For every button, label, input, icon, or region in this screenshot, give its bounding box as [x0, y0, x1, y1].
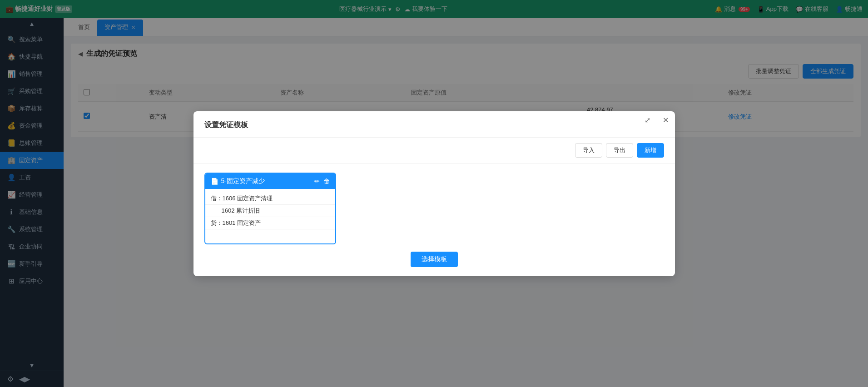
modal-title: 设置凭证模板 — [204, 120, 248, 130]
template-entry-row: 借：1606 固定资产清理 — [205, 193, 335, 205]
select-btn-row: 选择模板 — [204, 252, 664, 267]
entry-type-debit: 借：1606 固定资产清理 — [211, 194, 283, 203]
modal-expand-btn[interactable]: ⤢ — [639, 111, 657, 129]
modal-header: 设置凭证模板 — [193, 111, 675, 138]
template-list: 📄 5-固定资产减少 ✏ 🗑 借：1606 固定资产清理 — [204, 173, 664, 244]
entry-credit-amount — [307, 194, 330, 203]
template-entry-row: 贷：1601 固定资产 — [205, 217, 335, 229]
entry-debit-amount — [283, 194, 307, 203]
template-name: 5-固定资产减少 — [221, 177, 265, 185]
template-header-right: ✏ 🗑 — [314, 178, 330, 185]
select-template-btn[interactable]: 选择模板 — [411, 252, 458, 267]
modal-body: 📄 5-固定资产减少 ✏ 🗑 借：1606 固定资产清理 — [193, 164, 675, 276]
entry-subject: 1602 累计折旧 — [211, 207, 283, 215]
template-card-header: 📄 5-固定资产减少 ✏ 🗑 — [205, 174, 335, 189]
voucher-template-modal: ⤢ ✕ 设置凭证模板 导入 导出 新增 📄 5-固定资产减少 — [193, 111, 675, 276]
template-card: 📄 5-固定资产减少 ✏ 🗑 借：1606 固定资产清理 — [204, 173, 336, 244]
template-entry-empty — [205, 229, 335, 240]
close-icon: ✕ — [663, 116, 669, 124]
export-btn[interactable]: 导出 — [606, 143, 633, 158]
modal-toolbar: 导入 导出 新增 — [193, 138, 675, 164]
modal-close-btn[interactable]: ✕ — [657, 111, 675, 129]
template-delete-icon[interactable]: 🗑 — [323, 178, 330, 185]
entry-type-credit: 贷：1601 固定资产 — [211, 219, 283, 227]
template-edit-icon[interactable]: ✏ — [314, 178, 320, 185]
entry-credit-amount — [307, 207, 330, 215]
template-doc-icon: 📄 — [211, 178, 218, 185]
template-header-left: 📄 5-固定资产减少 — [211, 177, 265, 185]
expand-icon: ⤢ — [645, 116, 650, 124]
template-body: 借：1606 固定资产清理 1602 累计折旧 贷：1601 固定资产 — [205, 189, 335, 243]
entry-debit-amount — [283, 207, 307, 215]
modal-window-controls: ⤢ ✕ — [639, 111, 675, 129]
new-btn[interactable]: 新增 — [637, 143, 664, 158]
import-btn[interactable]: 导入 — [575, 143, 602, 158]
entry-debit-amount — [283, 219, 307, 227]
entry-credit-amount — [307, 219, 330, 227]
template-entry-row: 1602 累计折旧 — [205, 205, 335, 217]
modal-overlay: ⤢ ✕ 设置凭证模板 导入 导出 新增 📄 5-固定资产减少 — [0, 0, 868, 387]
